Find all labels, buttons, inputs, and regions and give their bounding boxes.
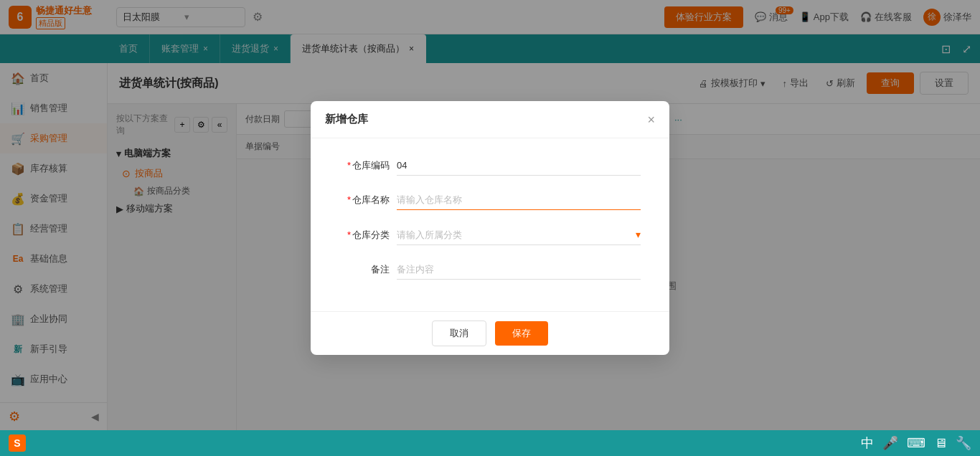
name-label: 仓库名称	[339, 194, 397, 206]
form-row-category: 仓库分类 ▾	[339, 224, 641, 245]
note-label: 备注	[339, 263, 397, 276]
keyboard-icon[interactable]: ⌨	[907, 435, 925, 451]
category-input[interactable]	[397, 229, 636, 240]
tool-icon[interactable]: 🔧	[956, 435, 971, 451]
code-input[interactable]	[397, 156, 641, 176]
save-button[interactable]: 保存	[495, 321, 548, 346]
code-label: 仓库编码	[339, 159, 397, 172]
chinese-input-icon[interactable]: 中	[861, 434, 874, 452]
form-row-name: 仓库名称	[339, 190, 641, 210]
category-chevron-icon[interactable]: ▾	[636, 229, 641, 240]
dialog-header: 新增仓库 ×	[311, 101, 669, 138]
mic-icon[interactable]: 🎤	[882, 435, 898, 451]
form-row-code: 仓库编码	[339, 156, 641, 176]
bottom-bar: S 中 🎤 ⌨ 🖥 🔧	[0, 430, 980, 456]
dialog-body: 仓库编码 仓库名称 仓库分类 ▾ 备注	[311, 138, 669, 311]
category-label: 仓库分类	[339, 229, 397, 242]
note-input[interactable]	[397, 260, 641, 280]
monitor-icon[interactable]: 🖥	[934, 436, 947, 451]
dialog-title: 新增仓库	[325, 113, 368, 126]
modal-overlay[interactable]: 新增仓库 × 仓库编码 仓库名称 仓库分类 ▾	[0, 0, 980, 456]
new-warehouse-dialog: 新增仓库 × 仓库编码 仓库名称 仓库分类 ▾	[311, 101, 669, 355]
name-input[interactable]	[397, 190, 641, 210]
brand-logo: S	[9, 434, 26, 452]
form-row-note: 备注	[339, 260, 641, 280]
cancel-button[interactable]: 取消	[432, 320, 486, 346]
category-field: ▾	[397, 224, 641, 245]
dialog-close-button[interactable]: ×	[647, 113, 655, 126]
dialog-footer: 取消 保存	[311, 311, 669, 355]
